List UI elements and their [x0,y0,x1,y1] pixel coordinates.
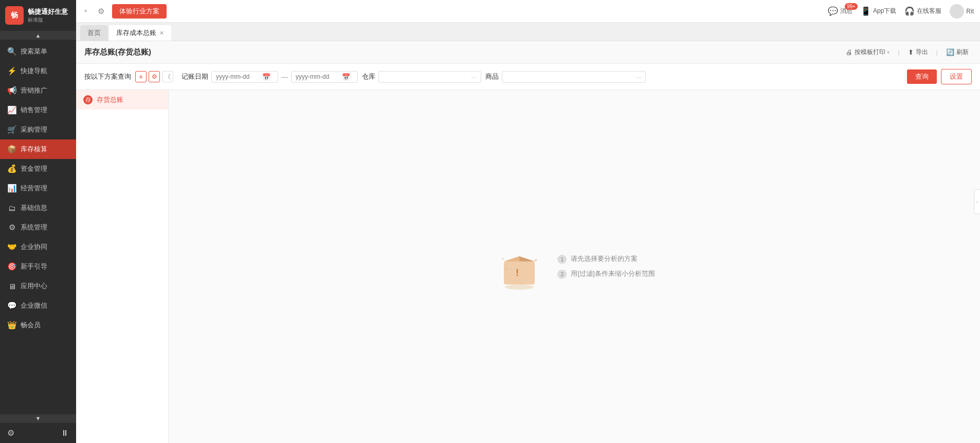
enterprise-icon: 🤝 [7,242,16,252]
scheme-item-icon: 存 [83,95,93,104]
tab-home[interactable]: 首页 [80,25,108,41]
goods-select[interactable]: ··· [502,71,646,83]
date-end-input[interactable] [296,73,342,80]
tabs-bar: 首页 库存成本总账 ✕ [76,23,980,41]
export-btn[interactable]: ⬆ 导出 [905,46,931,58]
sidebar-item-app-center[interactable]: 🖥 应用中心 [0,276,76,296]
print-btn[interactable]: 🖨 按模板打印 ▾ [843,46,893,58]
sidebar-logo: 畅 畅捷通好生意 标准版 [0,0,76,31]
goods-filter-group: 商品 ··· [485,71,646,83]
app-center-icon: 🖥 [7,282,16,291]
phone-icon: 📱 [861,6,871,16]
msg-btn[interactable]: 💬 消息 99+ [828,6,852,16]
page-header: 库存总账(存货总账) 🖨 按模板打印 ▾ | ⬆ 导出 | 🔄 刷新 [76,41,980,64]
logo-text: 畅捷通好生意 标准版 [28,7,68,24]
settings-bottom-icon[interactable]: ⚙ [7,428,14,438]
svg-marker-1 [504,256,519,261]
sidebar-item-search[interactable]: 🔍 搜索菜单 [0,42,76,61]
print-dropdown-icon[interactable]: ▾ [887,49,890,55]
basic-icon: 🗂 [7,204,16,212]
filter-right-actions: 查询 设置 [907,69,972,84]
scheme-sidebar: 存 存货总账 [76,90,169,443]
purchase-icon: 🛒 [7,125,16,134]
sidebar-item-basic[interactable]: 🗂 基础信息 [0,198,76,218]
svg-point-5 [505,285,534,290]
calendar-end-icon[interactable]: 📅 [342,73,350,81]
query-btn[interactable]: 查询 [907,69,937,84]
tip-num-2: 2 [557,270,567,279]
user-btn[interactable]: Rit [950,4,974,19]
quick-nav-icon: ⚡ [7,66,16,76]
date-start-input[interactable] [216,73,262,80]
sidebar-scroll-down[interactable]: ▼ [0,414,76,422]
page-header-actions: 🖨 按模板打印 ▾ | ⬆ 导出 | 🔄 刷新 [843,46,972,58]
empty-tip-1: 1 请先选择要分析的方案 [557,254,655,264]
warehouse-select[interactable]: ··· [378,71,481,83]
manage-filter-btn[interactable]: ⚙ [149,71,160,82]
msg-badge: 99+ [845,3,858,10]
sidebar-item-enterprise[interactable]: 🤝 企业协同 [0,237,76,257]
topbar-settings-icon[interactable]: ⚙ [94,4,108,19]
svg-point-8 [506,269,507,270]
tab-close-icon[interactable]: ✕ [159,30,164,37]
logo-icon: 畅 [5,6,24,25]
collapse-icon[interactable]: ⏸ [61,429,69,438]
top-bar: ▾ ⚙ 体验行业方案 💬 消息 99+ 📱 App下载 🎧 在线客服 Rit [76,0,980,23]
add-filter-btn[interactable]: + [135,71,147,82]
headset-icon: 🎧 [904,6,915,16]
wechat-icon: 💬 [7,301,16,310]
warehouse-label: 仓库 [362,72,375,81]
sidebar-item-purchase[interactable]: 🛒 采购管理 [0,120,76,139]
guide-icon: 🎯 [7,262,16,271]
app-download-btn[interactable]: 📱 App下载 [861,6,896,16]
finance-icon: 💰 [7,164,16,173]
sidebar-item-system[interactable]: ⚙ 系统管理 [0,218,76,237]
industry-btn[interactable]: 体验行业方案 [112,4,167,19]
date-end-wrap[interactable]: 📅 [291,71,358,83]
filter-icons: + ⚙ 《 [135,71,173,82]
goods-more-icon[interactable]: ··· [636,73,641,81]
sidebar-item-vip[interactable]: 👑 畅会员 [0,315,76,335]
collapse-filter-btn[interactable]: 《 [162,71,173,82]
print-icon: 🖨 [846,48,852,56]
vip-icon: 👑 [7,321,16,330]
date-start-wrap[interactable]: 📅 [211,71,278,83]
sidebar-item-guide[interactable]: 🎯 新手引导 [0,257,76,276]
system-icon: ⚙ [7,223,16,232]
divider2: | [936,48,938,56]
main-area: ▾ ⚙ 体验行业方案 💬 消息 99+ 📱 App下载 🎧 在线客服 Rit [76,0,980,443]
tip-num-1: 1 [557,255,567,264]
svg-point-6 [502,258,504,260]
empty-state: ! 1 请先选择要分析的方案 [169,90,980,443]
refresh-btn[interactable]: 🔄 刷新 [943,46,972,58]
sidebar-item-inventory[interactable]: 📦 库存核算 [0,139,76,159]
warehouse-more-icon[interactable]: ··· [471,73,477,81]
empty-tip-2: 2 用[过滤]条件来缩小分析范围 [557,269,655,279]
svg-text:!: ! [516,268,519,278]
sidebar-item-marketing[interactable]: 📢 营销推广 [0,81,76,100]
inventory-icon: 📦 [7,145,16,154]
sidebar-item-finance[interactable]: 💰 资金管理 [0,159,76,179]
filter-label: 按以下方案查询 [84,72,131,81]
sidebar-item-quick-nav[interactable]: ⚡ 快捷导航 [0,61,76,81]
content-split: 存 存货总账 [76,90,980,443]
refresh-icon: 🔄 [946,48,954,56]
sidebar-item-wechat[interactable]: 💬 企业微信 [0,296,76,315]
sales-icon: 📈 [7,105,16,115]
service-btn[interactable]: 🎧 在线客服 [904,6,941,16]
empty-tips: 1 请先选择要分析的方案 2 用[过滤]条件来缩小分析范围 [557,254,655,279]
settings-btn[interactable]: 设置 [941,69,972,84]
sidebar-item-management[interactable]: 📊 经营管理 [0,179,76,198]
chevron-icon: ▾ [84,8,87,14]
breadcrumb: ▾ [82,8,89,14]
tab-inventory-cost[interactable]: 库存成本总账 ✕ [109,25,171,41]
right-panel-collapse-btn[interactable]: › [974,189,980,214]
svg-marker-2 [519,256,535,261]
scheme-item-inventory-ledger[interactable]: 存 存货总账 [76,90,168,110]
date-input-group: 📅 — 📅 [211,71,358,83]
sidebar-nav: 🔍 搜索菜单 ⚡ 快捷导航 📢 营销推广 📈 销售管理 🛒 采购管理 📦 库存核… [0,40,76,414]
sidebar-scroll-up[interactable]: ▲ [0,31,76,40]
sidebar-item-sales[interactable]: 📈 销售管理 [0,100,76,120]
calendar-start-icon[interactable]: 📅 [262,73,270,81]
filter-bar: 按以下方案查询 + ⚙ 《 记账日期 📅 — 📅 [76,64,980,90]
